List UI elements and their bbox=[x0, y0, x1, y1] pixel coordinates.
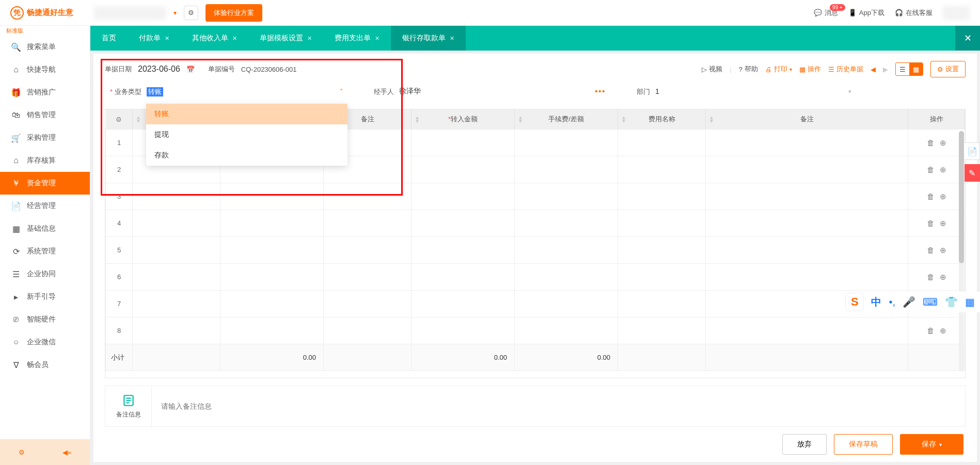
add-row-icon[interactable]: ⊕ bbox=[940, 138, 946, 147]
tab-费用支出单[interactable]: 费用支出单✕ bbox=[323, 26, 391, 51]
remark-input[interactable] bbox=[152, 386, 965, 426]
help-link[interactable]: ?帮助 bbox=[739, 65, 758, 74]
cell[interactable] bbox=[618, 264, 706, 291]
calendar-icon[interactable]: 📅 bbox=[186, 66, 195, 73]
sort-icon[interactable]: ▲▼ bbox=[709, 116, 714, 123]
vertical-scrollbar[interactable] bbox=[959, 131, 964, 372]
next-doc-icon[interactable]: ▶ bbox=[883, 66, 888, 73]
ime-mic-icon[interactable]: 🎤 bbox=[903, 296, 915, 308]
ime-keyboard-icon[interactable]: ⌨ bbox=[923, 296, 938, 308]
table-row[interactable]: 6🗑⊕ bbox=[106, 264, 965, 291]
ime-skin-icon[interactable]: 👕 bbox=[945, 296, 958, 308]
table-row[interactable]: 8🗑⊕ bbox=[106, 317, 965, 344]
cell[interactable] bbox=[412, 210, 515, 237]
cell[interactable] bbox=[618, 210, 706, 237]
tab-银行存取款单[interactable]: 银行存取款单✕ bbox=[391, 26, 466, 51]
sidebar-item-10[interactable]: ☰企业协同 bbox=[0, 263, 90, 285]
cell[interactable] bbox=[133, 183, 220, 210]
cell[interactable] bbox=[618, 130, 706, 156]
add-row-icon[interactable]: ⊕ bbox=[940, 246, 946, 254]
prev-doc-icon[interactable]: ◀ bbox=[871, 66, 876, 73]
delete-row-icon[interactable]: 🗑 bbox=[927, 165, 935, 174]
cell[interactable] bbox=[324, 183, 412, 210]
cell[interactable] bbox=[515, 291, 618, 317]
cell[interactable] bbox=[324, 317, 412, 344]
cell[interactable] bbox=[515, 317, 618, 344]
table-row[interactable]: 7🗑⊕ bbox=[106, 291, 965, 317]
print-link[interactable]: 🖨打印▾ bbox=[765, 65, 792, 74]
sidebar-item-7[interactable]: 📄经营管理 bbox=[0, 195, 90, 217]
sidebar-item-2[interactable]: 🎁营销推广 bbox=[0, 81, 90, 104]
cell[interactable] bbox=[324, 264, 412, 291]
cell[interactable] bbox=[412, 156, 515, 183]
cell[interactable] bbox=[412, 264, 515, 291]
cell[interactable] bbox=[706, 130, 908, 156]
cell[interactable] bbox=[515, 156, 618, 183]
sidebar-item-3[interactable]: 🛍销售管理 bbox=[0, 104, 90, 126]
cell[interactable] bbox=[412, 291, 515, 317]
tab-单据模板设置[interactable]: 单据模板设置✕ bbox=[248, 26, 323, 51]
settings-button[interactable]: ⚙设置 bbox=[930, 61, 966, 77]
add-row-icon[interactable]: ⊕ bbox=[940, 165, 946, 174]
sort-icon[interactable]: ▲▼ bbox=[136, 116, 141, 123]
cell[interactable] bbox=[133, 317, 220, 344]
delete-row-icon[interactable]: 🗑 bbox=[927, 192, 935, 201]
tenant-caret-icon[interactable]: ▾ bbox=[173, 9, 177, 17]
messages-link[interactable]: 💬 消息 99 + bbox=[814, 8, 838, 18]
add-row-icon[interactable]: ⊕ bbox=[940, 192, 946, 201]
tab-首页[interactable]: 首页 bbox=[90, 26, 128, 51]
cell[interactable] bbox=[618, 156, 706, 183]
sidebar-item-11[interactable]: ▸新手引导 bbox=[0, 285, 90, 308]
online-service-link[interactable]: 🎧 在线客服 bbox=[895, 8, 932, 18]
ime-punct-icon[interactable]: •, bbox=[889, 296, 895, 308]
close-icon[interactable]: ✕ bbox=[375, 35, 380, 42]
view-list-icon[interactable]: ☰ bbox=[896, 63, 909, 75]
biz-option-转账[interactable]: 转账 bbox=[146, 104, 347, 124]
ime-lang-label[interactable]: 中 bbox=[871, 295, 881, 309]
close-icon[interactable]: ✕ bbox=[165, 35, 169, 42]
cell[interactable] bbox=[220, 183, 324, 210]
biz-type-select[interactable]: 转账 ˄ bbox=[147, 87, 343, 97]
delete-row-icon[interactable]: 🗑 bbox=[927, 246, 935, 254]
tabs-close-all-icon[interactable]: ✕ bbox=[955, 26, 980, 51]
sidebar-item-4[interactable]: 🛒采购管理 bbox=[0, 126, 90, 149]
delete-row-icon[interactable]: 🗑 bbox=[927, 138, 935, 147]
cell[interactable] bbox=[220, 210, 324, 237]
add-row-icon[interactable]: ⊕ bbox=[940, 219, 946, 228]
sidebar-item-1[interactable]: ⌂快捷导航 bbox=[0, 58, 90, 81]
cell[interactable] bbox=[706, 183, 908, 210]
biz-option-存款[interactable]: 存款 bbox=[146, 145, 347, 166]
sort-icon[interactable]: ▲▼ bbox=[415, 116, 420, 123]
history-link[interactable]: ☰历史单据 bbox=[828, 65, 863, 74]
sort-icon[interactable]: ▲▼ bbox=[518, 116, 523, 123]
cell[interactable] bbox=[412, 237, 515, 264]
delete-row-icon[interactable]: 🗑 bbox=[927, 272, 935, 281]
sidebar-item-9[interactable]: ⟳系统管理 bbox=[0, 240, 90, 263]
ime-logo-icon[interactable]: S bbox=[845, 293, 864, 311]
cell[interactable] bbox=[324, 210, 412, 237]
cell[interactable] bbox=[220, 264, 324, 291]
sidebar-item-8[interactable]: ▦基础信息 bbox=[0, 217, 90, 240]
cell[interactable] bbox=[706, 264, 908, 291]
add-row-icon[interactable]: ⊕ bbox=[940, 272, 946, 281]
cell[interactable] bbox=[515, 183, 618, 210]
save-draft-button[interactable]: 保存草稿 bbox=[834, 434, 893, 455]
sort-icon[interactable]: ▲▼ bbox=[621, 116, 626, 123]
operation-link[interactable]: ▦操作 bbox=[799, 65, 821, 74]
cell[interactable] bbox=[133, 264, 220, 291]
settings-gear-icon[interactable]: ⚙ bbox=[184, 6, 198, 20]
tab-其他收入单[interactable]: 其他收入单✕ bbox=[181, 26, 248, 51]
sidebar-item-0[interactable]: 🔍搜索菜单 bbox=[0, 36, 90, 58]
cell[interactable] bbox=[324, 237, 412, 264]
cell[interactable] bbox=[133, 237, 220, 264]
app-download-link[interactable]: 📱 App下载 bbox=[848, 8, 884, 18]
cell[interactable] bbox=[706, 317, 908, 344]
cell[interactable] bbox=[706, 210, 908, 237]
handler-input[interactable]: 徐泽华 ••• bbox=[399, 87, 606, 97]
cell[interactable] bbox=[220, 237, 324, 264]
cell[interactable] bbox=[220, 291, 324, 317]
add-row-icon[interactable]: ⊕ bbox=[940, 326, 946, 335]
sidebar-settings-icon[interactable]: ⚙ bbox=[19, 448, 25, 456]
scroll-thumb[interactable] bbox=[959, 131, 964, 263]
delete-row-icon[interactable]: 🗑 bbox=[927, 326, 935, 335]
